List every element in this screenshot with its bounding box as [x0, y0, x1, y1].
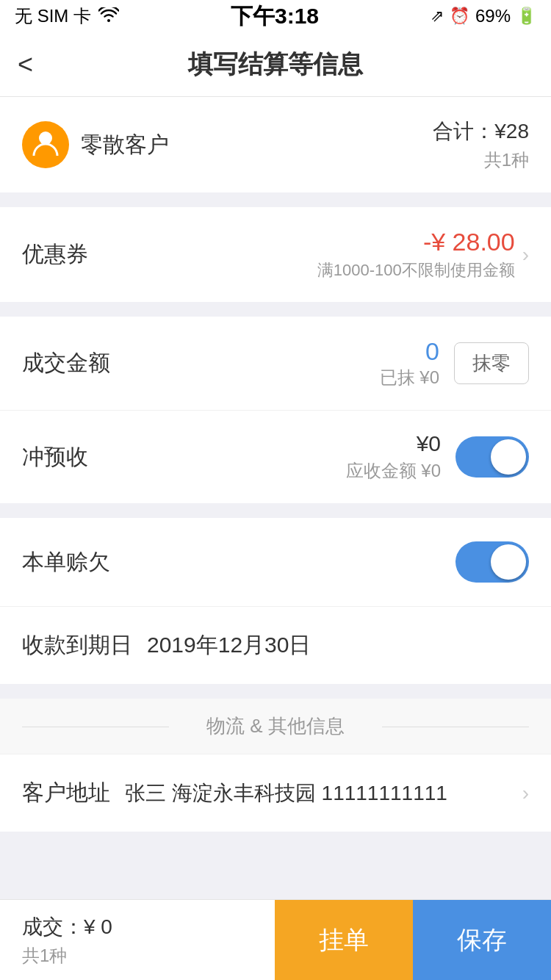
prepay-label: 冲预收: [22, 442, 88, 472]
logistics-title: 物流 & 其他信息: [195, 713, 356, 739]
coupon-label: 优惠券: [22, 239, 88, 270]
address-chevron-icon: ›: [522, 782, 529, 805]
coupon-row[interactable]: 优惠券 -¥ 28.00 满1000-100不限制使用金额 ›: [0, 207, 551, 302]
coupon-value-block: -¥ 28.00 满1000-100不限制使用金额: [317, 228, 515, 281]
debt-section: 本单赊欠 收款到期日 2019年12月30日: [0, 518, 551, 684]
battery-text: 69%: [475, 6, 511, 26]
svg-point-0: [39, 131, 52, 145]
page-title: 填写结算等信息: [188, 48, 363, 82]
customer-total: 合计：¥28: [433, 118, 529, 145]
location-icon: ⇗: [431, 7, 444, 26]
debt-toggle[interactable]: [455, 541, 529, 583]
deal-label: 成交金额: [22, 348, 110, 378]
logistics-section: 物流 & 其他信息 客户地址 张三 海淀永丰科技园 11111111111 ›: [0, 699, 551, 832]
nav-bar: < 填写结算等信息: [0, 32, 551, 97]
bottom-bar: 成交：¥ 0 共1种 挂单 保存: [0, 899, 551, 980]
deal-right: 0 已抹 ¥0 抹零: [380, 337, 529, 389]
coupon-desc: 满1000-100不限制使用金额: [317, 259, 515, 281]
prepay-right: ¥0 应收金额 ¥0: [346, 431, 529, 483]
hold-button[interactable]: 挂单: [275, 900, 413, 981]
debt-label: 本单赊欠: [22, 547, 110, 577]
customer-count: 共1种: [433, 148, 529, 172]
debt-row: 本单赊欠: [0, 518, 551, 607]
avatar: [22, 121, 69, 168]
status-bar: 无 SIM 卡 下午3:18 ⇗ ⏰ 69% 🔋: [0, 0, 551, 32]
bottom-info: 成交：¥ 0 共1种: [0, 913, 275, 968]
date-row: 收款到期日 2019年12月30日: [0, 607, 551, 684]
address-label: 客户地址: [22, 778, 110, 808]
alarm-icon: ⏰: [450, 7, 469, 26]
prepay-row: 冲预收 ¥0 应收金额 ¥0: [0, 411, 551, 503]
customer-row: 零散客户 合计：¥28 共1种: [0, 97, 551, 192]
status-right: ⇗ ⏰ 69% 🔋: [431, 6, 536, 26]
date-label: 收款到期日: [22, 630, 132, 660]
prepay-toggle[interactable]: [455, 436, 529, 478]
status-time: 下午3:18: [231, 1, 319, 32]
deal-row: 成交金额 0 已抹 ¥0 抹零: [0, 317, 551, 411]
customer-left: 零散客户: [22, 121, 169, 168]
customer-section: 零散客户 合计：¥28 共1种: [0, 97, 551, 192]
deal-sub-text: 已抹 ¥0: [380, 366, 439, 389]
deal-value: 0: [380, 337, 439, 366]
prepay-left: 冲预收: [22, 442, 88, 472]
wifi-icon: [98, 6, 119, 26]
coupon-right: -¥ 28.00 满1000-100不限制使用金额 ›: [317, 228, 529, 281]
prepay-amount: ¥0: [346, 431, 441, 456]
battery-icon: 🔋: [516, 7, 536, 26]
address-row[interactable]: 客户地址 张三 海淀永丰科技园 11111111111 ›: [0, 754, 551, 832]
customer-name: 零散客户: [81, 130, 169, 160]
transaction-section: 成交金额 0 已抹 ¥0 抹零 冲预收 ¥0 应收金额 ¥0: [0, 317, 551, 503]
round-off-button[interactable]: 抹零: [454, 342, 529, 384]
prepay-value-block: ¥0 应收金额 ¥0: [346, 431, 441, 483]
bottom-count: 共1种: [22, 944, 253, 968]
status-left: 无 SIM 卡: [15, 4, 119, 28]
bottom-deal: 成交：¥ 0: [22, 913, 253, 941]
person-icon: [31, 128, 60, 162]
bottom-deal-value: ¥ 0: [84, 915, 112, 938]
save-button[interactable]: 保存: [413, 900, 551, 981]
date-value: 2019年12月30日: [147, 630, 311, 660]
chevron-right-icon: ›: [522, 243, 529, 267]
prepay-receivable: 应收金额 ¥0: [346, 459, 441, 483]
logistics-header: 物流 & 其他信息: [0, 699, 551, 754]
customer-right: 合计：¥28 共1种: [433, 118, 529, 172]
coupon-amount: -¥ 28.00: [317, 228, 515, 256]
back-button[interactable]: <: [18, 49, 33, 80]
carrier-text: 无 SIM 卡: [15, 4, 91, 28]
address-value: 张三 海淀永丰科技园 11111111111: [125, 779, 522, 807]
bottom-deal-label: 成交：: [22, 915, 84, 938]
coupon-section[interactable]: 优惠券 -¥ 28.00 满1000-100不限制使用金额 ›: [0, 207, 551, 302]
